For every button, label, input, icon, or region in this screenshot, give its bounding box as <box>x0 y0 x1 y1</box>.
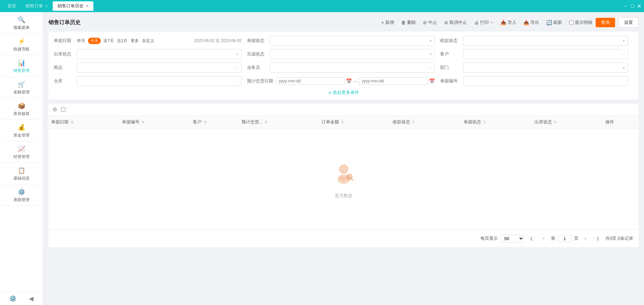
info-icon: 📋 <box>18 167 25 174</box>
sidebar-item-operations[interactable]: 📈 经营管理 <box>0 141 43 163</box>
customer-input[interactable]: ··· <box>463 49 628 59</box>
sidebar-item-purchase-mgmt[interactable]: 🛒 采购管理 <box>0 77 43 98</box>
filter-row-3: 商品 ··· 业务员 ··· 部门 ▾ <box>54 63 633 73</box>
calendar-to-icon[interactable]: 📅 <box>429 78 435 84</box>
calendar-from-icon[interactable]: 📅 <box>346 78 352 84</box>
delivery-status-select[interactable]: ▾ <box>77 49 242 59</box>
btn-refresh[interactable]: 🔄 刷新 <box>546 20 562 26</box>
divider-7 <box>543 20 543 25</box>
footer-settings-icon[interactable]: ⚙️ <box>9 295 16 302</box>
expected-delivery-from[interactable] <box>276 77 345 85</box>
sidebar-item-search-menu[interactable]: 🔍 搜索菜单 <box>0 12 43 34</box>
voucher-no-label: 单据编号 <box>440 78 460 84</box>
warehouse-input[interactable]: ··· <box>77 76 242 86</box>
sidebar-item-sales-mgmt[interactable]: 📊 销售管理 <box>0 55 43 77</box>
voucher-no-input[interactable] <box>463 76 628 86</box>
btn-cancel-stop[interactable]: ⊘ 取消中止 <box>444 20 467 26</box>
btn-delete[interactable]: 🗑 删除 <box>401 20 416 26</box>
sidebar-footer: ⚙️ ◀ <box>0 292 43 305</box>
btn-import[interactable]: 📥 导入 <box>501 20 516 26</box>
empty-illustration <box>327 159 360 193</box>
col-payment-status-sort[interactable]: ⇅ <box>412 120 415 124</box>
sidebar-item-sales-mgmt-label: 销售管理 <box>13 68 30 74</box>
display-cols-checkbox[interactable]: 显示明细 <box>569 20 592 26</box>
date-opt-yesterday[interactable]: 昨天 <box>77 38 86 44</box>
expected-delivery-to[interactable] <box>359 77 428 85</box>
product-input[interactable]: ··· <box>77 63 242 73</box>
payment-status-select[interactable]: ▾ <box>463 36 628 46</box>
next-page-btn[interactable]: ＞ <box>581 234 591 243</box>
col-voucher-status-sort[interactable]: ⇅ <box>483 120 486 124</box>
date-opt-1month[interactable]: 近1月 <box>117 38 128 44</box>
sidebar-item-info-label: 基础信息 <box>13 176 30 181</box>
sidebar-item-finance[interactable]: 💰 资金管理 <box>0 120 43 141</box>
salesperson-input[interactable]: ··· <box>270 63 435 73</box>
filter-voucher-date: 单据日期 昨天 今天 近7天 近1月 更多 自定义 2023-06-02 至 2… <box>54 38 247 44</box>
col-payment-status-label: 收款状态 <box>393 119 410 124</box>
col-delivery-status-sort[interactable]: ⇅ <box>554 120 557 124</box>
btn-print[interactable]: 🖨 打印 ▼ <box>474 20 493 26</box>
col-voucher-date-sort[interactable]: ⇅ <box>71 120 74 124</box>
page-size-select[interactable]: 20 50 100 <box>501 235 524 242</box>
export-icon: 📤 <box>523 20 529 25</box>
settings-button[interactable]: 设置 <box>618 17 639 28</box>
btn-stop[interactable]: ⊘ 中止 <box>423 20 437 26</box>
first-page-btn[interactable]: ⟪ <box>527 234 536 243</box>
col-order-amount: 订单金额 ⇅ <box>319 116 390 129</box>
col-voucher-no-sort[interactable]: ⇅ <box>141 120 144 124</box>
completion-status-select[interactable]: ▾ <box>270 49 435 59</box>
voucher-status-select[interactable]: ▾ <box>270 36 435 46</box>
tab-sales-order-close[interactable]: ✕ <box>45 4 48 8</box>
col-delivery-status: 出库状态 ⇅ <box>532 116 603 129</box>
divider-2 <box>419 20 420 25</box>
svg-line-5 <box>351 178 353 180</box>
sidebar-item-info[interactable]: 📋 基础信息 <box>0 163 43 184</box>
page-number-input[interactable] <box>558 235 571 242</box>
col-customer-sort[interactable]: ⇅ <box>204 120 207 124</box>
tab-home[interactable]: 首页 <box>3 1 21 11</box>
date-opt-custom[interactable]: 自定义 <box>141 38 155 44</box>
department-select[interactable]: ▾ <box>463 63 628 73</box>
tab-sales-order-history-close[interactable]: ✕ <box>86 4 89 8</box>
date-opt-7days[interactable]: 近7天 <box>103 38 115 44</box>
select-all-checkbox[interactable] <box>61 107 66 112</box>
filter-panel: 单据日期 昨天 今天 近7天 近1月 更多 自定义 2023-06-02 至 2… <box>48 32 639 100</box>
voucher-date-label: 单据日期 <box>54 38 74 44</box>
filter-salesperson: 业务员 ··· <box>247 63 440 73</box>
divider-5 <box>497 20 497 25</box>
sidebar-item-inventory[interactable]: 📦 库存核算 <box>0 98 43 120</box>
delivery-status-arrow: ▾ <box>237 52 239 56</box>
window-maximize-icon[interactable]: □ <box>631 3 634 9</box>
filter-row-2: 出库状态 ▾ 完成状态 ▾ 客户 ··· <box>54 49 633 59</box>
filter-row-4: 仓库 ··· 预计交货日期 📅 — 📅 单据编号 <box>54 76 633 86</box>
prev-page-btn[interactable]: ＜ <box>539 234 548 243</box>
display-cols-input[interactable] <box>569 21 573 25</box>
date-opt-more[interactable]: 更多 <box>130 38 139 44</box>
tab-sales-order-history[interactable]: 销售订单历史 ✕ <box>53 1 93 11</box>
divider-4 <box>470 20 471 25</box>
sidebar-item-purchase-mgmt-label: 采购管理 <box>13 89 30 95</box>
filter-department: 部门 ▾ <box>440 63 633 73</box>
col-payment-status: 收款状态 ⇅ <box>390 116 461 129</box>
tab-sales-order[interactable]: 销售订单 ✕ <box>21 1 53 11</box>
col-voucher-status: 单据状态 ⇅ <box>461 116 532 129</box>
empty-state-cell: 暂无数据 <box>48 129 639 229</box>
col-voucher-no: 单据编号 ⇅ <box>119 116 190 129</box>
query-button[interactable]: 查询 <box>596 18 615 27</box>
footer-collapse-icon[interactable]: ◀ <box>29 295 34 302</box>
window-close-icon[interactable]: ✕ <box>637 3 641 9</box>
date-opt-today[interactable]: 今天 <box>88 38 101 44</box>
table-settings-icon[interactable]: ⚙ <box>52 106 57 113</box>
btn-new[interactable]: + 新增 <box>381 20 394 26</box>
last-page-btn[interactable]: ⟫ <box>593 234 603 243</box>
sales-mgmt-icon: 📊 <box>18 59 25 67</box>
col-expected-delivery-sort[interactable]: ⇅ <box>264 120 267 124</box>
sidebar-item-sys-mgmt[interactable]: ⚙️ 系统管理 <box>0 184 43 206</box>
collapse-row[interactable]: ∧ 收起更多条件 <box>54 89 633 96</box>
col-order-amount-sort[interactable]: ⇅ <box>341 120 344 124</box>
sidebar-item-quick-nav[interactable]: ⚡ 快捷导航 <box>0 34 43 55</box>
btn-export[interactable]: 📤 导出 <box>523 20 539 26</box>
window-minimize-icon[interactable]: － <box>623 3 628 10</box>
col-expected-delivery: 预计交货... ⇅ <box>239 116 319 129</box>
col-delivery-status-label: 出库状态 <box>534 119 552 124</box>
